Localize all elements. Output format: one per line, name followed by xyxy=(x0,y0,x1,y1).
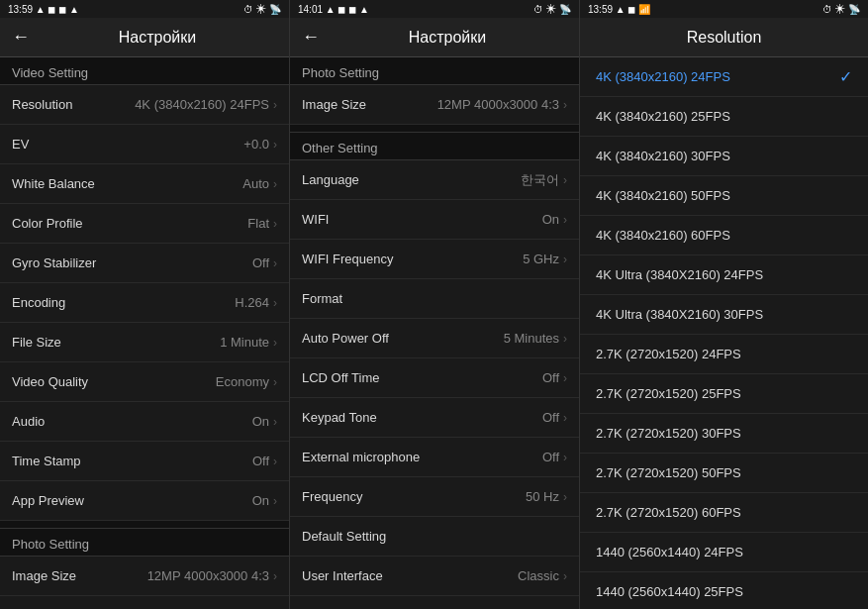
section-header: Photo Setting xyxy=(0,529,289,557)
resolution-label: 1440 (2560x1440) 24FPS xyxy=(596,545,743,559)
resolution-label: 2.7K (2720x1520) 25FPS xyxy=(596,386,741,401)
setting-label: WIFI xyxy=(302,212,542,227)
resolution-label: 4K Ultra (3840X2160) 30FPS xyxy=(596,307,763,322)
setting-row[interactable]: Resolution4K (3840x2160) 24FPS› xyxy=(0,85,289,125)
setting-label: EV xyxy=(12,137,243,152)
resolution-row[interactable]: 4K (3840x2160) 60FPS xyxy=(580,216,868,255)
setting-value: Off xyxy=(542,410,559,425)
resolution-label: 1440 (2560x1440) 25FPS xyxy=(596,584,743,599)
setting-label: Video Quality xyxy=(12,374,216,389)
setting-row[interactable]: Language한국어› xyxy=(290,160,579,200)
setting-value: 12MP 4000x3000 4:3 xyxy=(437,97,559,112)
status-time: 13:59 ▲ ◼ 📶 xyxy=(588,4,650,15)
chevron-icon: › xyxy=(273,138,277,152)
resolution-row[interactable]: 2.7K (2720x1520) 50FPS xyxy=(580,454,868,493)
setting-value: Off xyxy=(542,450,559,464)
status-time: 13:59 ▲ ◼ ◼ ▲ xyxy=(8,4,79,15)
status-bar: 13:59 ▲ ◼ 📶⏱ ✳ 📡 xyxy=(580,0,868,18)
panel-content: Photo SettingImage Size12MP 4000x3000 4:… xyxy=(290,57,579,609)
setting-value: 5 GHz xyxy=(523,252,559,266)
setting-label: User Interface xyxy=(302,568,518,583)
setting-value: Auto xyxy=(242,176,269,191)
setting-row[interactable]: EncodingH.264› xyxy=(0,283,289,323)
setting-row[interactable]: AudioOn› xyxy=(0,402,289,442)
section-header: Photo Setting xyxy=(290,57,579,85)
section-header: Other Setting xyxy=(290,133,579,160)
chevron-icon: › xyxy=(563,213,567,227)
setting-row[interactable]: Auto Power Off5 Minutes› xyxy=(290,319,579,358)
setting-row[interactable]: Keypad ToneOff› xyxy=(290,398,579,438)
resolution-row[interactable]: 4K (3840x2160) 25FPS xyxy=(580,97,868,137)
setting-value: 12MP 4000x3000 4:3 xyxy=(147,568,269,583)
chevron-icon: › xyxy=(563,451,567,464)
panel-content: Video SettingResolution4K (3840x2160) 24… xyxy=(0,57,289,609)
setting-label: External microphone xyxy=(302,450,542,464)
back-button[interactable]: ← xyxy=(12,27,30,48)
setting-row[interactable]: WIFIOn› xyxy=(290,200,579,240)
setting-label: Image Size xyxy=(12,568,147,583)
resolution-row[interactable]: 4K (3840x2160) 24FPS✓ xyxy=(580,57,868,97)
panel-title: Настройки xyxy=(38,29,277,47)
setting-label: Format xyxy=(302,291,567,306)
setting-row[interactable]: File Size1 Minute› xyxy=(0,323,289,362)
resolution-label: 2.7K (2720x1520) 60FPS xyxy=(596,505,741,520)
checkmark-icon: ✓ xyxy=(839,67,852,86)
setting-row[interactable]: User InterfaceClassic› xyxy=(290,557,579,596)
resolution-label: 4K (3840x2160) 50FPS xyxy=(596,188,730,203)
setting-row[interactable]: External microphoneOff› xyxy=(290,438,579,477)
setting-value: On xyxy=(252,493,269,508)
resolution-label: 4K (3840x2160) 24FPS xyxy=(596,69,730,84)
setting-row[interactable]: White BalanceAuto› xyxy=(0,164,289,204)
chevron-icon: › xyxy=(273,98,277,112)
resolution-row[interactable]: 4K Ultra (3840X2160) 30FPS xyxy=(580,295,868,335)
resolution-title: Resolution xyxy=(687,29,762,47)
chevron-icon: › xyxy=(563,253,567,266)
setting-row[interactable]: LCD Off TimeOff› xyxy=(290,358,579,398)
setting-row[interactable]: Image Size12MP 4000x3000 4:3› xyxy=(290,85,579,125)
resolution-row[interactable]: 1440 (2560x1440) 25FPS xyxy=(580,572,868,609)
setting-value: Classic xyxy=(518,568,559,583)
setting-value: H.264 xyxy=(235,295,269,310)
resolution-panel: 13:59 ▲ ◼ 📶⏱ ✳ 📡Resolution4K (3840x2160)… xyxy=(580,0,868,609)
setting-value: 5 Minutes xyxy=(504,331,559,346)
setting-label: Image Size xyxy=(302,97,437,112)
panel-header: ←Настройки xyxy=(290,18,579,57)
setting-label: LCD Off Time xyxy=(302,370,542,385)
setting-label: Encoding xyxy=(12,295,235,310)
section-divider xyxy=(290,125,579,133)
resolution-row[interactable]: 2.7K (2720x1520) 60FPS xyxy=(580,493,868,533)
setting-row[interactable]: Frequency50 Hz› xyxy=(290,477,579,517)
resolution-row[interactable]: 4K (3840x2160) 30FPS xyxy=(580,137,868,176)
back-button[interactable]: ← xyxy=(302,27,320,48)
setting-value: Off xyxy=(542,370,559,385)
resolution-row[interactable]: 2.7K (2720x1520) 30FPS xyxy=(580,414,868,454)
setting-row[interactable]: Video QualityEconomy› xyxy=(0,362,289,402)
resolution-header: Resolution xyxy=(580,18,868,57)
setting-row[interactable]: App PreviewOn› xyxy=(0,481,289,521)
setting-row[interactable]: Format xyxy=(290,279,579,319)
status-icons: ⏱ ✳ 📡 xyxy=(243,4,281,15)
resolution-row[interactable]: 4K (3840x2160) 50FPS xyxy=(580,176,868,216)
setting-row[interactable]: EV+0.0› xyxy=(0,125,289,164)
setting-value: 한국어 xyxy=(521,171,559,189)
resolution-label: 2.7K (2720x1520) 50FPS xyxy=(596,465,741,480)
setting-label: Gyro Stabilizer xyxy=(12,255,252,270)
chevron-icon: › xyxy=(563,490,567,504)
chevron-icon: › xyxy=(273,375,277,389)
setting-row[interactable]: WIFI Frequency5 GHz› xyxy=(290,240,579,279)
status-icons: ⏱ ✳ 📡 xyxy=(533,4,571,15)
setting-value: 50 Hz xyxy=(526,489,559,504)
resolution-row[interactable]: 2.7K (2720x1520) 25FPS xyxy=(580,374,868,414)
setting-value: Off xyxy=(252,255,269,270)
resolution-row[interactable]: 4K Ultra (3840X2160) 24FPS xyxy=(580,255,868,295)
setting-label: File Size xyxy=(12,335,220,350)
setting-row[interactable]: Image Size12MP 4000x3000 4:3› xyxy=(0,557,289,596)
setting-row[interactable]: Gyro StabilizerOff› xyxy=(0,244,289,283)
setting-row[interactable]: Default Setting xyxy=(290,517,579,557)
setting-row[interactable]: Time StampOff› xyxy=(0,442,289,481)
chevron-icon: › xyxy=(273,336,277,350)
resolution-row[interactable]: 1440 (2560x1440) 24FPS xyxy=(580,533,868,572)
resolution-label: 4K Ultra (3840X2160) 24FPS xyxy=(596,267,763,282)
setting-row[interactable]: Color ProfileFlat› xyxy=(0,204,289,244)
resolution-row[interactable]: 2.7K (2720x1520) 24FPS xyxy=(580,335,868,374)
